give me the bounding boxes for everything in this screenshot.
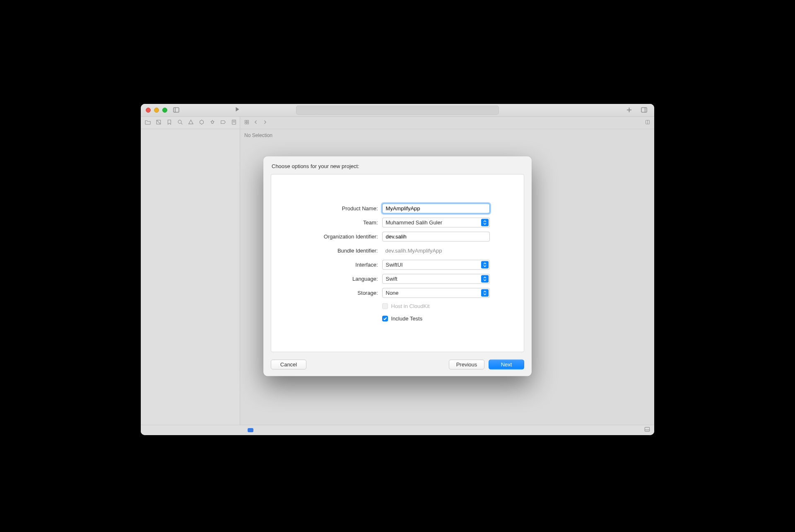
svg-rect-4: [641, 108, 646, 112]
bookmark-icon[interactable]: [166, 119, 172, 126]
tests-checkbox-row[interactable]: Include Tests: [382, 314, 490, 323]
new-project-options-sheet: Choose options for your new project: Pro…: [263, 156, 532, 376]
interface-label: Interface:: [306, 262, 378, 268]
svg-line-11: [211, 121, 212, 122]
language-label: Language:: [306, 276, 378, 282]
go-forward-icon[interactable]: [263, 120, 267, 126]
updown-icon: [481, 275, 489, 282]
navigator-tabs: [141, 117, 240, 129]
product-name-field[interactable]: [382, 203, 490, 213]
language-select[interactable]: Swift: [382, 274, 490, 284]
jump-bar: [240, 117, 654, 129]
go-back-icon[interactable]: [253, 120, 258, 126]
svg-rect-19: [247, 122, 249, 124]
svg-rect-16: [245, 120, 247, 122]
run-button[interactable]: [234, 106, 240, 113]
tests-checkbox[interactable]: [382, 315, 388, 321]
svg-rect-18: [245, 122, 247, 124]
product-name-label: Product Name:: [306, 205, 378, 212]
updown-icon: [481, 219, 489, 226]
filter-indicator[interactable]: [248, 428, 253, 432]
breakpoints-icon[interactable]: [220, 119, 226, 126]
svg-rect-17: [247, 120, 249, 122]
status-bar: [141, 425, 654, 435]
search-icon[interactable]: [177, 119, 183, 126]
toggle-debug-area-button[interactable]: [644, 426, 650, 433]
svg-point-8: [178, 120, 181, 123]
svg-rect-0: [173, 108, 178, 112]
product-name-input[interactable]: [386, 205, 486, 212]
storage-select[interactable]: None: [382, 288, 490, 298]
org-id-field[interactable]: [382, 231, 490, 241]
storage-select-value: None: [386, 290, 399, 296]
toggle-navigator-button[interactable]: [171, 106, 181, 115]
next-button[interactable]: Next: [489, 359, 524, 369]
minimize-window-button[interactable]: [154, 108, 159, 113]
debug-icon[interactable]: [210, 119, 215, 126]
bundle-id-label: Bundle Identifier:: [306, 248, 378, 254]
sheet-body: Product Name: Team: Muhammed Salih Guler…: [271, 174, 524, 352]
navigator-sidebar: [141, 117, 240, 425]
storage-label: Storage:: [306, 290, 378, 296]
cloudkit-checkbox-label: Host in CloudKit: [391, 303, 430, 309]
svg-line-9: [181, 123, 182, 124]
cloudkit-checkbox: [382, 303, 388, 309]
tests-checkbox-label: Include Tests: [391, 315, 423, 322]
interface-select-value: SwiftUI: [386, 262, 403, 268]
zoom-window-button[interactable]: [162, 108, 167, 113]
team-label: Team:: [306, 219, 378, 226]
bundle-id-value: dev.salih.MyAmplifyApp: [382, 246, 490, 255]
team-select[interactable]: Muhammed Salih Guler: [382, 217, 490, 227]
updown-icon: [481, 289, 489, 296]
close-window-button[interactable]: [146, 108, 151, 113]
source-control-icon[interactable]: [156, 119, 161, 126]
related-items-icon[interactable]: [244, 120, 249, 126]
editor-options-icon[interactable]: [645, 120, 650, 126]
previous-button[interactable]: Previous: [449, 359, 484, 369]
updown-icon: [481, 261, 489, 268]
window-controls: [146, 108, 167, 113]
svg-rect-22: [645, 427, 649, 431]
language-select-value: Swift: [386, 276, 398, 282]
cloudkit-checkbox-row: Host in CloudKit: [382, 302, 490, 310]
tests-icon[interactable]: [199, 119, 205, 126]
org-id-input[interactable]: [386, 234, 486, 240]
activity-view: [296, 106, 499, 115]
sheet-title: Choose options for your new project:: [271, 163, 524, 169]
org-id-label: Organization Identifier:: [306, 234, 378, 240]
interface-select[interactable]: SwiftUI: [382, 260, 490, 270]
titlebar: [141, 104, 654, 117]
add-button[interactable]: [624, 106, 634, 115]
reports-icon[interactable]: [231, 119, 237, 126]
team-select-value: Muhammed Salih Guler: [386, 219, 443, 226]
toggle-inspectors-button[interactable]: [638, 106, 649, 115]
issues-icon[interactable]: [188, 119, 194, 126]
svg-line-12: [214, 121, 214, 122]
no-selection-label: No Selection: [240, 129, 654, 142]
svg-line-7: [157, 120, 161, 124]
cancel-button[interactable]: Cancel: [271, 359, 306, 369]
folder-icon[interactable]: [145, 119, 151, 126]
